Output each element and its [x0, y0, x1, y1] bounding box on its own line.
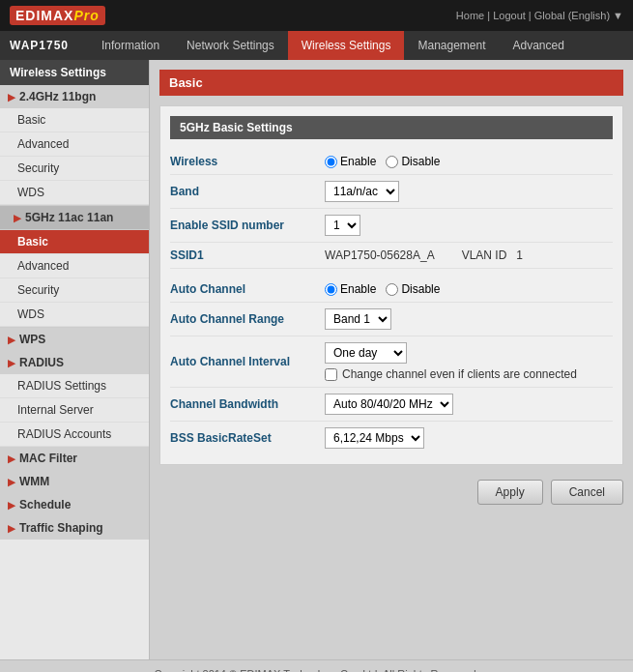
auto-channel-interval-label: Auto Channel Interval	[170, 355, 325, 368]
wireless-control: Enable Disable	[325, 155, 613, 168]
sidebar-section-header-schedule[interactable]: ▶ Schedule	[0, 493, 149, 516]
button-row: Apply Cancel	[159, 480, 623, 505]
sidebar-item-5ghz-wds[interactable]: WDS	[0, 303, 149, 327]
home-link[interactable]: Home	[456, 10, 484, 21]
header-links: Home | Logout | Global (English) ▼	[456, 10, 623, 21]
auto-channel-range-label: Auto Channel Range	[170, 312, 325, 326]
wireless-enable-text: Enable	[340, 155, 376, 168]
vlan-label: VLAN ID 1	[462, 248, 523, 262]
ssid1-row: SSID1 WAP1750-05628A_A VLAN ID 1	[170, 243, 613, 269]
nav-tab-network-settings[interactable]: Network Settings	[173, 31, 288, 60]
apply-button[interactable]: Apply	[477, 480, 543, 505]
sidebar-section-header-radius[interactable]: ▶ RADIUS	[0, 351, 149, 374]
sidebar-section-header-mac-filter[interactable]: ▶ MAC Filter	[0, 447, 149, 470]
enable-ssid-label: Enable SSID number	[170, 219, 325, 232]
sidebar-title: Wireless Settings	[0, 60, 149, 85]
auto-channel-range-control: Band 1 Band 2 All	[325, 308, 613, 330]
nav-tab-information[interactable]: Information	[88, 31, 173, 60]
arrow-icon-wps: ▶	[8, 335, 15, 345]
auto-channel-enable-label[interactable]: Enable	[325, 282, 376, 296]
sidebar-item-2.4ghz-basic[interactable]: Basic	[0, 108, 149, 132]
auto-channel-enable-radio[interactable]	[325, 283, 337, 296]
auto-channel-interval-select[interactable]: One day Two days One week	[325, 342, 407, 364]
sidebar-item-5ghz-advanced[interactable]: Advanced	[0, 254, 149, 278]
arrow-icon-radius: ▶	[8, 358, 15, 368]
sidebar-section-2.4ghz: ▶ 2.4GHz 11bgn Basic Advanced Security W…	[0, 85, 149, 206]
sidebar-item-label-mac-filter: MAC Filter	[19, 452, 77, 465]
enable-ssid-select[interactable]: 1 2 3 4	[325, 215, 360, 236]
auto-channel-disable-radio[interactable]	[386, 283, 398, 296]
auto-channel-range-select[interactable]: Band 1 Band 2 All	[325, 308, 391, 330]
channel-bandwidth-control: Auto 80/40/20 MHz 80 MHz 40 MHz 20 MHz	[325, 394, 613, 415]
auto-channel-range-row: Auto Channel Range Band 1 Band 2 All	[170, 303, 613, 336]
nav-tab-advanced[interactable]: Advanced	[500, 31, 578, 60]
auto-channel-control: Enable Disable	[325, 282, 613, 296]
auto-channel-radio-group: Enable Disable	[325, 282, 440, 296]
sidebar-item-label-traffic-shaping: Traffic Shaping	[19, 521, 103, 535]
nav-tab-wireless-settings[interactable]: Wireless Settings	[288, 31, 405, 60]
nav-tab-management[interactable]: Management	[404, 31, 499, 60]
sidebar-section-header-2.4ghz[interactable]: ▶ 2.4GHz 11bgn	[0, 85, 149, 108]
band-select[interactable]: 11a/n/ac 11a 11n	[325, 181, 399, 202]
sidebar-item-label-radius: RADIUS	[19, 356, 64, 369]
sidebar-section-header-wps[interactable]: ▶ WPS	[0, 328, 149, 351]
language-selector[interactable]: Global (English) ▼	[534, 10, 623, 21]
section-title: 5GHz Basic Settings	[170, 116, 613, 139]
wireless-enable-radio[interactable]	[325, 156, 337, 168]
wireless-disable-text: Disable	[401, 155, 440, 168]
logo-pro: Pro	[73, 8, 99, 23]
auto-channel-label: Auto Channel	[170, 282, 325, 296]
wireless-row: Wireless Enable Disable	[170, 149, 613, 175]
spacer-1	[170, 269, 613, 277]
bss-row: BSS BasicRateSet 6,12,24 Mbps All Defaul…	[170, 422, 613, 454]
enable-ssid-row: Enable SSID number 1 2 3 4	[170, 209, 613, 243]
sidebar-item-radius-settings[interactable]: RADIUS Settings	[0, 374, 149, 398]
wireless-disable-radio[interactable]	[386, 156, 398, 168]
cancel-button[interactable]: Cancel	[551, 480, 623, 505]
sidebar-item-2.4ghz-advanced[interactable]: Advanced	[0, 132, 149, 157]
logout-link[interactable]: Logout	[493, 10, 526, 21]
main-layout: Wireless Settings ▶ 2.4GHz 11bgn Basic A…	[0, 60, 633, 659]
sidebar-item-5ghz-basic[interactable]: Basic	[0, 230, 149, 254]
wireless-enable-label[interactable]: Enable	[325, 155, 376, 168]
auto-channel-interval-row: Auto Channel Interval One day Two days O…	[170, 336, 613, 388]
auto-channel-enable-text: Enable	[340, 282, 376, 296]
auto-channel-disable-text: Disable	[401, 282, 440, 296]
sidebar-item-5ghz-security[interactable]: Security	[0, 278, 149, 303]
logo-text: EDIMAX	[15, 8, 73, 23]
enable-ssid-control: 1 2 3 4	[325, 215, 613, 236]
arrow-icon-schedule: ▶	[8, 500, 15, 511]
sidebar-item-2.4ghz-security[interactable]: Security	[0, 157, 149, 181]
vlan-value: 1	[516, 248, 523, 262]
sidebar: Wireless Settings ▶ 2.4GHz 11bgn Basic A…	[0, 60, 150, 659]
arrow-icon-wmm: ▶	[8, 477, 15, 487]
arrow-icon-mac-filter: ▶	[8, 453, 15, 464]
band-label: Band	[170, 185, 325, 198]
sidebar-item-internal-server[interactable]: Internal Server	[0, 398, 149, 423]
form-area: 5GHz Basic Settings Wireless Enable Disa…	[159, 105, 623, 465]
auto-channel-disable-label[interactable]: Disable	[386, 282, 440, 296]
vlan-label-text: VLAN ID	[462, 248, 507, 262]
sidebar-section-header-5ghz[interactable]: ▶ 5GHz 11ac 11an	[0, 206, 149, 230]
wireless-label: Wireless	[170, 155, 325, 168]
sidebar-section-header-traffic-shaping[interactable]: ▶ Traffic Shaping	[0, 516, 149, 540]
bss-select[interactable]: 6,12,24 Mbps All Default	[325, 427, 424, 449]
ssid1-value: WAP1750-05628A_A	[325, 248, 435, 262]
footer-text: Copyright 2014 © EDIMAX Technology Co., …	[154, 668, 478, 672]
wireless-disable-label[interactable]: Disable	[386, 155, 440, 168]
sidebar-item-2.4ghz-wds[interactable]: WDS	[0, 181, 149, 205]
channel-bandwidth-select[interactable]: Auto 80/40/20 MHz 80 MHz 40 MHz 20 MHz	[325, 394, 453, 415]
change-channel-checkbox[interactable]	[325, 368, 337, 381]
device-name: WAP1750	[10, 39, 69, 52]
bss-control: 6,12,24 Mbps All Default	[325, 427, 613, 449]
nav-tabs: Information Network Settings Wireless Se…	[88, 31, 578, 60]
ssid1-control: WAP1750-05628A_A VLAN ID 1	[325, 248, 613, 262]
sidebar-section-header-wmm[interactable]: ▶ WMM	[0, 470, 149, 493]
ssid1-label: SSID1	[170, 248, 325, 262]
logo: EDIMAXPro	[10, 6, 105, 25]
sidebar-item-label-wps: WPS	[19, 333, 45, 346]
sidebar-item-label-schedule: Schedule	[19, 498, 71, 511]
sidebar-item-radius-accounts[interactable]: RADIUS Accounts	[0, 423, 149, 447]
sidebar-section-5ghz: ▶ 5GHz 11ac 11an Basic Advanced Security…	[0, 206, 149, 328]
content-header: Basic	[159, 70, 623, 96]
